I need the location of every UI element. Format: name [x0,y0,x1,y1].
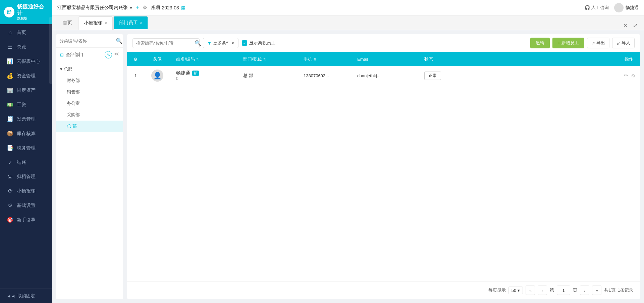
employee-panel: 🔍 ▼ 更多条件 ▾ ✓ 显示离职员工 邀请 + 新增员工 ↗ 导出 [127,34,640,299]
tab-expense-label: 小畅报销 [84,20,103,26]
sidebar-item-checkout[interactable]: ✓ 结账 [0,155,52,170]
sidebar-item-label: 固定资产 [17,87,36,93]
sidebar-item-ledger[interactable]: ☰ 总账 [0,40,52,54]
sidebar-item-label: 基础设置 [17,203,36,209]
invite-button[interactable]: 邀请 [530,38,550,48]
dept-badge: 部 [192,71,199,76]
all-dept-label[interactable]: 全部部门 [66,52,83,58]
dept-search-icon[interactable]: 🔍 [116,38,122,44]
tab-expand-button[interactable]: ⤢ [632,21,639,30]
show-resigned-checkbox-label[interactable]: ✓ 显示离职员工 [242,40,275,46]
support-button[interactable]: 🎧 人工咨询 [585,5,609,11]
unpin-button[interactable]: ◄◄ 取消固定 [0,289,52,303]
col-phone[interactable]: 手机 ⇅ [298,52,352,66]
filter-button[interactable]: ▼ 更多条件 ▾ [203,38,238,48]
dept-item-caigou[interactable]: 采购部 [56,109,123,121]
export-button[interactable]: ↗ 导出 [587,38,609,48]
prev-page-button[interactable]: ‹ [538,286,547,295]
company-dropdown-icon[interactable]: ▾ [130,5,132,10]
sidebar-scrollbar[interactable] [49,17,52,84]
col-name[interactable]: 姓名/编码 ⇅ [171,52,238,66]
col-avatar: 头像 [144,52,171,66]
sidebar-item-label: 小畅报销 [17,188,36,194]
topbar-right: 🎧 人工咨询 畅捷通 [585,3,639,12]
checkout-icon: ✓ [7,159,13,166]
last-page-button[interactable]: » [592,286,601,295]
settings-button[interactable]: ⚙ [143,4,147,11]
employee-search: 🔍 [132,38,200,48]
first-page-button[interactable]: « [526,286,535,295]
sidebar-item-label: 总账 [17,44,26,50]
sidebar-item-label: 结账 [17,160,26,166]
show-resigned-label: 显示离职员工 [249,40,275,46]
dept-item-bangong[interactable]: 办公室 [56,98,123,109]
col-dept[interactable]: 部门/职位 ⇅ [238,52,298,66]
tabbar-actions: ✕ ⤢ [622,21,639,30]
search-icon[interactable]: 🔍 [195,40,201,46]
reports-icon: 📊 [7,58,13,64]
col-settings[interactable]: ⚙ [127,52,144,66]
logout-employee-button[interactable]: ⎋ [632,73,635,79]
tax-icon: 📑 [7,145,13,151]
sidebar-nav: ⌂ 首页 ☰ 总账 📊 云报表中心 💰 资金管理 🏢 固定资产 💵 工资 🧾 发… [0,24,52,289]
col-email: Email [352,52,419,66]
employee-search-input[interactable] [136,41,193,46]
col-status: 状态 [419,52,473,66]
add-employee-button[interactable]: + 新增员工 [552,38,584,48]
calendar-icon[interactable]: ▦ [181,5,185,10]
sidebar-item-funds[interactable]: 💰 资金管理 [0,69,52,83]
dept-item-caiwu[interactable]: 财务部 [56,75,123,86]
app-logo[interactable]: 好 畅捷通好会计 旗舰版 [0,0,52,24]
tab-employee-close[interactable]: × [140,20,142,25]
sidebar-item-inventory[interactable]: 📦 库存核算 [0,126,52,141]
sidebar-item-assets[interactable]: 🏢 固定资产 [0,83,52,97]
sidebar-item-home[interactable]: ⌂ 首页 [0,26,52,40]
dept-edit-button[interactable]: ✎ [105,51,112,58]
sidebar-item-guide[interactable]: 🎯 新手引导 [0,213,52,227]
unpin-label: 取消固定 [17,293,35,299]
edit-employee-button[interactable]: ✏ [624,73,628,79]
sidebar-item-label: 工资 [17,102,26,108]
company-name[interactable]: 江西服宝精品有限责任公司内账张 ▾ [57,5,132,11]
dept-item-xiaoshou[interactable]: 销售部 [56,86,123,98]
tab-expense[interactable]: 小畅报销 × [78,16,113,30]
row-avatar-cell: 👤 [144,66,171,85]
dept-collapse-button[interactable]: ≪ [114,51,119,58]
sidebar-item-label: 归档管理 [17,174,36,180]
page-size-select[interactable]: 50 ▾ [508,287,523,294]
tab-employee[interactable]: 部门员工 × [113,16,148,30]
dept-parent-zongbu[interactable]: ▾ 总部 [56,63,123,75]
row-status-cell: 正常 [419,66,473,85]
page-input[interactable] [557,286,570,295]
import-button[interactable]: ↙ 导入 [612,38,635,48]
salary-icon: 💵 [7,101,13,108]
unpin-icon: ◄◄ [7,294,15,299]
sidebar-item-tax[interactable]: 📑 税务管理 [0,141,52,155]
tab-expense-close[interactable]: × [105,21,107,26]
avatar-icon: 👤 [153,72,162,80]
user-menu[interactable]: 畅捷通 [614,3,639,12]
sidebar-item-settings[interactable]: ⚙ 基础设置 [0,198,52,213]
department-tree: ▾ 总部 财务部 销售部 办公室 采购部 总 部 [56,62,123,299]
show-resigned-checkbox[interactable]: ✓ [242,40,247,46]
tab-home[interactable]: 首页 [57,16,77,30]
next-page-button[interactable]: › [580,286,589,295]
dept-search-input[interactable] [59,38,116,43]
sidebar-item-invoice[interactable]: 🧾 发票管理 [0,112,52,126]
sidebar-item-archive[interactable]: 🗂 归档管理 [0,170,52,184]
app-version: 旗舰版 [17,16,48,21]
employee-table-container: ⚙ 头像 姓名/编码 ⇅ 部门/职位 [127,52,640,281]
settings-icon: ⚙ [7,202,13,209]
dept-item-zongbu[interactable]: 总 部 [56,121,123,132]
archive-icon: 🗂 [7,174,13,180]
toolbar-right-actions: 邀请 + 新增员工 ↗ 导出 ↙ 导入 [530,38,635,48]
tab-close-button[interactable]: ✕ [622,21,629,30]
page-size-label: 每页显示 [488,287,506,293]
sidebar-item-label: 库存核算 [17,131,36,137]
sidebar-item-expense[interactable]: ⟳ 小畅报销 [0,184,52,198]
avatar: 👤 [151,70,163,82]
sidebar-item-salary[interactable]: 💵 工资 [0,97,52,112]
expense-icon: ⟳ [7,188,13,194]
sidebar-item-reports[interactable]: 📊 云报表中心 [0,54,52,69]
add-company-button[interactable]: + [136,4,139,11]
